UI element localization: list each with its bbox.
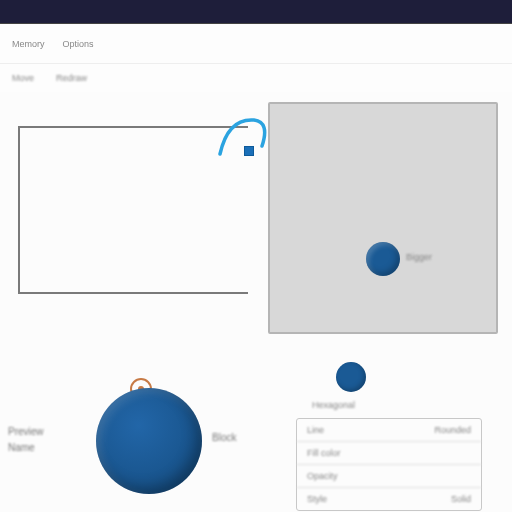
option-val: Rounded	[434, 425, 471, 435]
bottom-region: Preview Name Block Hexagonal Line Rounde…	[0, 360, 512, 512]
circle-shape[interactable]	[96, 388, 202, 494]
rectangle-shape[interactable]	[18, 126, 248, 294]
titlebar	[0, 0, 512, 24]
options-panel: Line Rounded Fill color Opacity Style So…	[296, 418, 482, 511]
option-row-2[interactable]: Fill color	[297, 442, 481, 465]
content-area: Bigger Preview Name Block Hexagonal Line…	[0, 92, 512, 512]
preview-label-2: Name	[8, 440, 44, 456]
option-row-3[interactable]: Opacity	[297, 465, 481, 488]
option-key: Style	[307, 494, 327, 504]
option-val: Solid	[451, 494, 471, 504]
option-row-4[interactable]: Style Solid	[297, 488, 481, 510]
option-row-1[interactable]: Line Rounded	[297, 419, 481, 442]
canvas-left[interactable]	[0, 102, 252, 372]
sphere-shape[interactable]	[366, 242, 400, 276]
menu-item-2[interactable]: Options	[63, 39, 94, 49]
preview-labels: Preview Name	[8, 424, 44, 456]
toolbar: Move Redraw	[0, 64, 512, 92]
app-window: Memory Options Move Redraw Bigger Previe…	[0, 24, 512, 512]
small-sphere-label: Hexagonal	[312, 400, 355, 410]
small-sphere-shape[interactable]	[336, 362, 366, 392]
toolbar-item-2[interactable]: Redraw	[56, 73, 87, 83]
option-key: Line	[307, 425, 324, 435]
option-key: Opacity	[307, 471, 338, 481]
menu-item-1[interactable]: Memory	[12, 39, 45, 49]
circle-label: Block	[212, 432, 236, 443]
menu-bar: Memory Options	[0, 24, 512, 64]
option-key: Fill color	[307, 448, 341, 458]
toolbar-item-1[interactable]: Move	[12, 73, 34, 83]
preview-label-1: Preview	[8, 424, 44, 440]
connector-handle[interactable]	[244, 146, 254, 156]
sphere-label: Bigger	[406, 252, 432, 262]
canvas-right[interactable]: Bigger	[268, 102, 498, 334]
